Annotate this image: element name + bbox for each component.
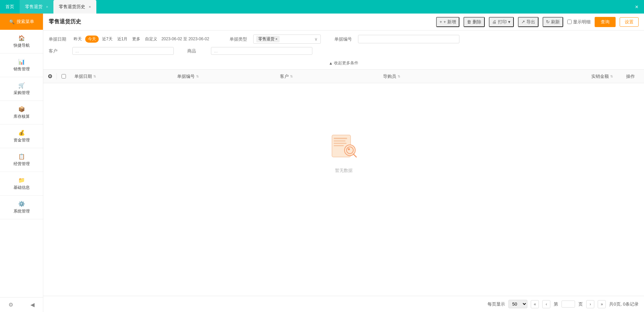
- add-icon: +: [439, 19, 442, 24]
- page-size-select[interactable]: 10 20 50 100: [508, 300, 527, 308]
- goods-select[interactable]: ...: [211, 47, 312, 55]
- home-tab-label: 首页: [5, 4, 14, 10]
- type-filter-label: 单据类型: [230, 36, 253, 42]
- page-title: 零售退货历史: [49, 18, 81, 25]
- sidebar-item-operations[interactable]: 📋 经营管理: [0, 148, 43, 172]
- guide-sort-icon: ⇅: [398, 74, 400, 78]
- table-header: ⚙ 单据日期 ⇅ 单据编号 ⇅ 客户 ⇅ 导购员: [43, 70, 644, 83]
- sidebar-item-basic-info[interactable]: 📁 基础信息: [0, 172, 43, 196]
- operations-icon: 📋: [18, 153, 25, 160]
- settings-button[interactable]: 设置: [620, 17, 639, 27]
- page-unit: 页: [578, 301, 583, 307]
- refresh-icon: ↻: [546, 19, 550, 24]
- show-detail-input[interactable]: [567, 20, 572, 24]
- date-btn-yesterday[interactable]: 昨天: [72, 36, 83, 43]
- sidebar-item-system-mgmt[interactable]: ⚙️ 系统管理: [0, 196, 43, 219]
- customer-filter-label: 客户: [49, 48, 72, 54]
- sales-mgmt-label: 销售管理: [14, 66, 30, 72]
- basic-info-label: 基础信息: [14, 185, 30, 191]
- sidebar-item-sales-mgmt[interactable]: 📊 销售管理: [0, 53, 43, 77]
- collapse-sidebar-icon[interactable]: ◀: [30, 302, 34, 308]
- type-tag-close[interactable]: ×: [276, 37, 278, 41]
- retail-return-tab-close[interactable]: ×: [46, 5, 48, 9]
- date-btn-7days[interactable]: 近7天: [101, 36, 114, 43]
- docno-filter-label: 单据编号: [334, 36, 358, 42]
- th-amount-label: 实销金额: [591, 73, 609, 80]
- print-arrow: ▾: [508, 19, 510, 24]
- customer-select[interactable]: ...: [72, 47, 174, 55]
- export-icon: ↗: [521, 19, 525, 24]
- tab-retail-return-history[interactable]: 零售退货历史 ×: [53, 0, 96, 14]
- tab-retail-return[interactable]: 零售退货 ×: [20, 0, 53, 14]
- sidebar-item-quick-nav[interactable]: 🏠 快捷导航: [0, 30, 43, 53]
- svg-point-8: [348, 148, 350, 150]
- select-all-checkbox[interactable]: [62, 74, 66, 79]
- th-docno[interactable]: 单据编号 ⇅: [173, 73, 276, 80]
- th-customer-label: 客户: [280, 73, 289, 80]
- delete-button[interactable]: 🗑 删除: [463, 17, 485, 27]
- date-range-display: 2023-06-02 至 2023-06-02: [161, 36, 209, 42]
- main-layout: 🔍 搜索菜单 🏠 快捷导航 📊 销售管理 🛒 采购管理 📦 库存核算 💰: [0, 14, 644, 312]
- page-last-btn[interactable]: »: [598, 300, 606, 308]
- print-button[interactable]: 🖨 打印 ▾: [489, 17, 514, 27]
- th-docno-label: 单据编号: [177, 73, 195, 80]
- total-info: 共0页, 0条记录: [609, 301, 639, 307]
- svg-rect-4: [334, 145, 344, 146]
- basic-info-icon: 📁: [18, 177, 25, 183]
- docno-filter-input[interactable]: [358, 35, 459, 43]
- page-input[interactable]: 1: [562, 300, 575, 308]
- th-checkbox[interactable]: [57, 74, 70, 79]
- date-btn-1month[interactable]: 近1月: [116, 36, 129, 43]
- sidebar-search[interactable]: 🔍 搜索菜单: [0, 14, 43, 30]
- collapse-filter-label: 收起更多条件: [334, 60, 358, 66]
- retail-return-history-tab-close[interactable]: ×: [89, 5, 91, 9]
- sales-mgmt-icon: 📊: [18, 58, 25, 65]
- sidebar-bottom: ⚙ ◀: [0, 297, 43, 312]
- th-date[interactable]: 单据日期 ⇅: [70, 73, 173, 80]
- operations-label: 经营管理: [14, 161, 30, 167]
- svg-rect-3: [334, 143, 347, 144]
- refresh-button[interactable]: ↻ 刷新: [543, 17, 563, 27]
- show-detail-checkbox[interactable]: 显示明细: [567, 19, 591, 25]
- th-settings[interactable]: ⚙: [43, 73, 57, 80]
- sidebar-item-finance[interactable]: 💰 资金管理: [0, 125, 43, 148]
- th-amount[interactable]: 实销金额 ⇅: [576, 73, 617, 80]
- print-icon: 🖨: [492, 19, 497, 24]
- page-next-btn[interactable]: ›: [586, 300, 594, 308]
- top-bar: 首页 零售退货 × 零售退货历史 × ✕: [0, 0, 644, 14]
- settings-bottom-icon[interactable]: ⚙: [8, 302, 13, 308]
- th-guide[interactable]: 导购员 ⇅: [379, 73, 482, 80]
- inventory-icon: 📦: [18, 106, 25, 112]
- type-select[interactable]: 零售退货 × ∨: [253, 35, 321, 44]
- empty-text: 暂无数据: [335, 168, 353, 174]
- filter-area: 单据日期 昨天 今天 近7天 近1月 更多 自定义 2023-06-02 至 2…: [43, 30, 644, 70]
- finance-icon: 💰: [18, 129, 25, 136]
- system-mgmt-label: 系统管理: [14, 208, 30, 214]
- date-btn-today[interactable]: 今天: [85, 36, 99, 43]
- purchase-mgmt-label: 采购管理: [14, 90, 30, 96]
- th-ops: 操作: [617, 73, 644, 80]
- add-button[interactable]: + + 新增: [436, 17, 459, 27]
- empty-icon: [327, 128, 361, 162]
- th-guide-label: 导购员: [383, 73, 396, 80]
- goods-filter-label: 商品: [187, 48, 211, 54]
- finance-label: 资金管理: [14, 137, 30, 143]
- page-first-btn[interactable]: «: [531, 300, 539, 308]
- customer-sort-icon: ⇅: [290, 74, 293, 78]
- svg-line-7: [353, 154, 356, 157]
- query-button[interactable]: 查询: [595, 17, 616, 27]
- top-bar-close[interactable]: ✕: [635, 4, 644, 9]
- date-btn-custom[interactable]: 自定义: [144, 36, 159, 43]
- docno-sort-icon: ⇅: [196, 74, 199, 78]
- date-filter-label: 单据日期: [49, 36, 72, 42]
- page-prev-btn[interactable]: ‹: [542, 300, 550, 308]
- date-btn-more[interactable]: 更多: [131, 36, 142, 43]
- quick-nav-label: 快捷导航: [14, 43, 30, 48]
- sidebar-item-purchase-mgmt[interactable]: 🛒 采购管理: [0, 77, 43, 101]
- collapse-filter-btn[interactable]: ▲ 收起更多条件: [49, 58, 639, 69]
- sidebar-item-inventory[interactable]: 📦 库存核算: [0, 101, 43, 125]
- export-button[interactable]: ↗ 导出: [518, 17, 539, 27]
- th-customer[interactable]: 客户 ⇅: [276, 73, 379, 80]
- svg-rect-1: [334, 138, 347, 139]
- tab-home[interactable]: 首页: [0, 0, 20, 14]
